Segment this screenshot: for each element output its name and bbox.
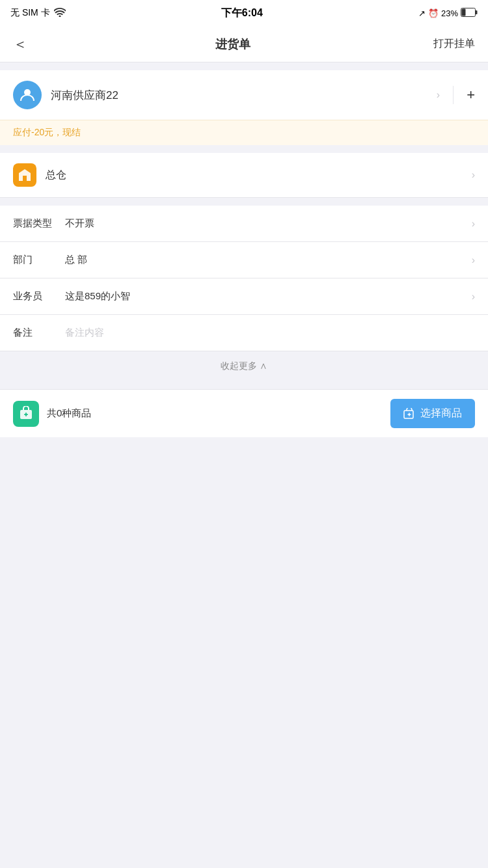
salesperson-chevron-icon: › bbox=[472, 291, 475, 303]
supplier-name: 河南供应商22 bbox=[51, 88, 437, 103]
invoice-type-value: 不开票 bbox=[65, 217, 472, 230]
form-section: 票据类型 不开票 › 部门 总 部 › 业务员 这是859的小智 › 备注 备注… bbox=[0, 206, 488, 351]
warehouse-chevron-icon: › bbox=[472, 169, 475, 181]
back-button[interactable]: ＜ bbox=[8, 29, 33, 59]
remark-row[interactable]: 备注 备注内容 bbox=[0, 315, 488, 351]
svg-rect-4 bbox=[23, 176, 27, 181]
department-value: 总 部 bbox=[65, 254, 472, 266]
warehouse-icon bbox=[13, 163, 36, 187]
section-gap-1 bbox=[0, 62, 488, 70]
department-chevron-icon: › bbox=[472, 254, 475, 266]
product-icon bbox=[13, 401, 39, 427]
carrier-text: 无 SIM 卡 bbox=[10, 7, 50, 19]
battery-text: 23% bbox=[441, 8, 458, 18]
salesperson-value: 这是859的小智 bbox=[65, 290, 472, 303]
open-pending-button[interactable]: 打开挂单 bbox=[433, 37, 475, 51]
supplier-add-button[interactable]: + bbox=[467, 87, 475, 103]
supplier-section: 河南供应商22 › + 应付-20元，现结 bbox=[0, 70, 488, 145]
section-gap-3 bbox=[0, 198, 488, 206]
warehouse-row[interactable]: 总仓 › bbox=[0, 153, 488, 198]
salesperson-row[interactable]: 业务员 这是859的小智 › bbox=[0, 278, 488, 315]
page-title: 进货单 bbox=[215, 36, 251, 52]
nav-bar: ＜ 进货单 打开挂单 bbox=[0, 26, 488, 62]
invoice-type-row[interactable]: 票据类型 不开票 › bbox=[0, 206, 488, 242]
invoice-type-chevron-icon: › bbox=[472, 218, 475, 230]
battery-icon bbox=[461, 8, 478, 19]
product-count-text: 共0种商品 bbox=[47, 407, 390, 420]
department-row[interactable]: 部门 总 部 › bbox=[0, 242, 488, 278]
page-background bbox=[0, 437, 488, 632]
invoice-type-label: 票据类型 bbox=[13, 217, 65, 230]
wifi-icon bbox=[54, 8, 66, 19]
status-left: 无 SIM 卡 bbox=[10, 7, 66, 19]
alarm-icon: ⏰ bbox=[428, 8, 439, 18]
supplier-chevron-icon: › bbox=[437, 89, 440, 101]
remark-placeholder: 备注内容 bbox=[65, 327, 475, 339]
collapse-toggle[interactable]: 收起更多 ∧ bbox=[0, 351, 488, 381]
select-product-label: 选择商品 bbox=[420, 407, 462, 420]
location-icon: ↗ bbox=[418, 8, 426, 18]
section-gap-2 bbox=[0, 145, 488, 153]
bottom-bar: 共0种商品 选择商品 bbox=[0, 389, 488, 437]
svg-rect-1 bbox=[461, 8, 465, 16]
supplier-row[interactable]: 河南供应商22 › + bbox=[0, 70, 488, 120]
notice-bar: 应付-20元，现结 bbox=[0, 120, 488, 145]
supplier-divider bbox=[453, 86, 454, 104]
status-bar: 无 SIM 卡 下午6:04 ↗ ⏰ 23% bbox=[0, 0, 488, 26]
notice-text: 应付-20元，现结 bbox=[13, 127, 81, 137]
warehouse-name: 总仓 bbox=[46, 169, 472, 182]
collapse-label: 收起更多 ∧ bbox=[221, 360, 267, 371]
salesperson-label: 业务员 bbox=[13, 290, 65, 303]
supplier-avatar bbox=[13, 81, 42, 109]
svg-rect-2 bbox=[475, 10, 477, 14]
section-gap-4 bbox=[0, 381, 488, 389]
status-time: 下午6:04 bbox=[221, 7, 263, 20]
select-product-button[interactable]: 选择商品 bbox=[390, 399, 475, 428]
status-right: ↗ ⏰ 23% bbox=[418, 8, 478, 19]
department-label: 部门 bbox=[13, 254, 65, 266]
remark-label: 备注 bbox=[13, 327, 65, 339]
